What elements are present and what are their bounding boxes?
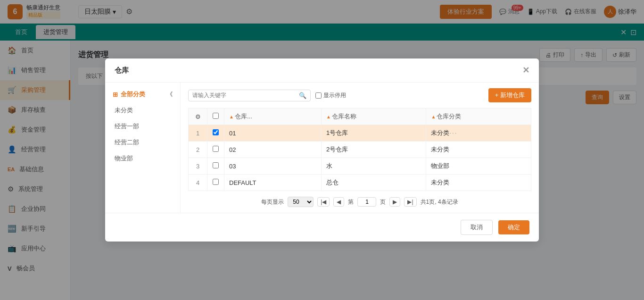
select-all-checkbox[interactable] — [213, 113, 219, 119]
th-code: ▲仓库... — [224, 108, 322, 125]
search-input-wrap: 🔍 — [188, 90, 311, 101]
cancel-button[interactable]: 取消 — [461, 220, 493, 235]
per-page-label: 每页显示 — [261, 198, 284, 206]
table-panel: 🔍 显示停用 + 新增仓库 ⚙ ▲仓库... — [181, 83, 539, 213]
warehouse-modal: 仓库 ✕ ⊞ 全部分类 《 未分类 经营一部 经营二部 物业部 — [105, 58, 539, 242]
modal-title: 仓库 — [115, 66, 129, 75]
warehouse-table: ⚙ ▲仓库... ▲仓库名称 ▲仓库分类 1 01 1号仓库 未分类··· 2 … — [188, 108, 531, 191]
show-disabled-checkbox[interactable] — [315, 92, 322, 99]
confirm-button[interactable]: 确定 — [498, 220, 529, 234]
search-icon: 🔍 — [299, 92, 306, 99]
row-name: 1号仓库 — [321, 125, 426, 142]
row-checkbox[interactable] — [213, 146, 219, 152]
page-number-input[interactable] — [357, 197, 376, 207]
page-first-button[interactable]: |◀ — [317, 197, 330, 207]
row-checkbox[interactable] — [213, 129, 219, 135]
row-code: 03 — [224, 158, 322, 175]
modal-close-button[interactable]: ✕ — [522, 65, 529, 75]
collapse-icon[interactable]: 《 — [167, 91, 173, 99]
row-category: 未分类 — [426, 142, 531, 158]
table-row[interactable]: 4 DEFAULT 总仓 未分类 — [189, 175, 531, 191]
all-cat-label: 全部分类 — [121, 90, 145, 99]
all-categories[interactable]: ⊞ 全部分类 《 — [105, 86, 180, 102]
table-row[interactable]: 3 03 水 物业部 — [189, 158, 531, 175]
row-actions[interactable]: ··· — [449, 129, 457, 136]
page-last-button[interactable]: ▶| — [404, 197, 416, 207]
page-next-button[interactable]: ▶ — [389, 197, 400, 207]
row-category: 物业部 — [426, 158, 531, 175]
row-checkbox[interactable] — [213, 162, 219, 168]
table-row[interactable]: 2 02 2号仓库 未分类 — [189, 142, 531, 158]
th-name: ▲仓库名称 — [321, 108, 426, 125]
row-name: 2号仓库 — [321, 142, 426, 158]
per-page-select[interactable]: 50 100 200 — [288, 197, 314, 207]
search-input[interactable] — [192, 92, 299, 99]
page-suffix: 页 — [380, 198, 386, 206]
row-checkbox-cell — [207, 125, 224, 142]
row-name: 总仓 — [321, 175, 426, 191]
row-num: 2 — [189, 142, 207, 158]
row-checkbox[interactable] — [213, 179, 219, 185]
row-category: 未分类 — [426, 175, 531, 191]
th-gear: ⚙ — [189, 108, 207, 125]
row-num: 4 — [189, 175, 207, 191]
th-check — [207, 108, 224, 125]
row-checkbox-cell — [207, 175, 224, 191]
pagination-bar: 每页显示 50 100 200 |◀ ◀ 第 页 ▶ ▶| 共1页, 4条记录 — [188, 197, 531, 207]
row-num: 3 — [189, 158, 207, 175]
total-label: 共1页, 4条记录 — [421, 198, 458, 206]
th-category: ▲仓库分类 — [426, 108, 531, 125]
row-checkbox-cell — [207, 142, 224, 158]
page-prev-button[interactable]: ◀ — [333, 197, 344, 207]
row-code: 01 — [224, 125, 322, 142]
row-code: DEFAULT — [224, 175, 322, 191]
category-panel: ⊞ 全部分类 《 未分类 经营一部 经营二部 物业部 — [105, 83, 181, 213]
row-checkbox-cell — [207, 158, 224, 175]
cat-item-unclassified[interactable]: 未分类 — [105, 102, 180, 118]
modal-header: 仓库 ✕ — [105, 58, 539, 83]
row-num: 1 — [189, 125, 207, 142]
cat-item-property[interactable]: 物业部 — [105, 150, 180, 167]
show-disabled-label: 显示停用 — [323, 92, 346, 100]
table-row[interactable]: 1 01 1号仓库 未分类··· — [189, 125, 531, 142]
show-disabled-wrap: 显示停用 — [315, 92, 346, 100]
all-cat-icon: ⊞ — [113, 91, 118, 98]
row-name: 水 — [321, 158, 426, 175]
cat-item-dept2[interactable]: 经营二部 — [105, 134, 180, 150]
page-label: 第 — [348, 198, 354, 206]
table-toolbar: 🔍 显示停用 + 新增仓库 — [188, 88, 531, 102]
row-category: 未分类··· — [426, 125, 531, 142]
add-warehouse-button[interactable]: + 新增仓库 — [488, 88, 531, 102]
cat-item-dept1[interactable]: 经营一部 — [105, 118, 180, 134]
modal-footer: 取消 确定 — [105, 213, 539, 242]
modal-overlay: 仓库 ✕ ⊞ 全部分类 《 未分类 经营一部 经营二部 物业部 — [0, 0, 644, 300]
modal-body: ⊞ 全部分类 《 未分类 经营一部 经营二部 物业部 🔍 — [105, 83, 539, 213]
row-code: 02 — [224, 142, 322, 158]
